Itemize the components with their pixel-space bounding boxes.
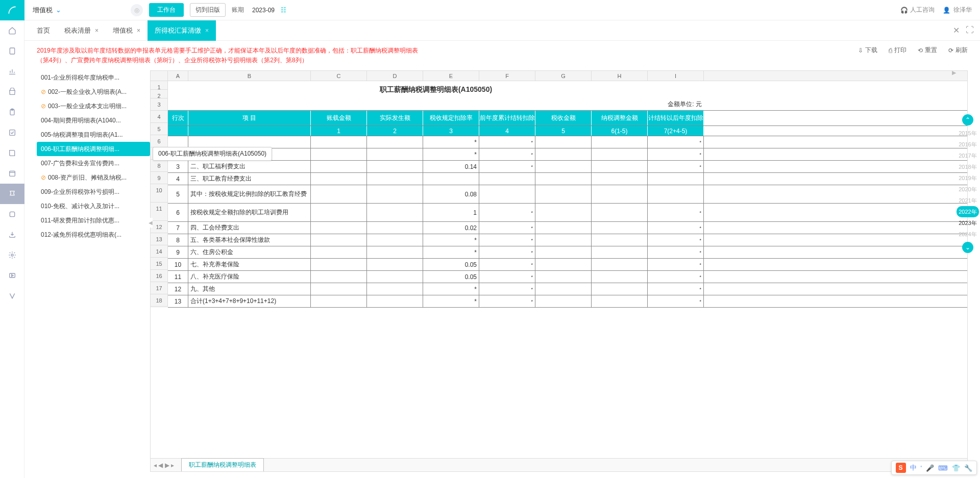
cell[interactable]: * (423, 234, 479, 246)
col-header[interactable]: F (479, 71, 535, 81)
cell[interactable] (311, 271, 367, 283)
cell[interactable]: 8 (168, 234, 188, 246)
rail-bag-icon[interactable] (0, 82, 24, 102)
col-header[interactable]: I (648, 71, 704, 81)
cell[interactable]: * (479, 271, 535, 283)
cell[interactable] (311, 173, 367, 185)
cell[interactable] (592, 246, 648, 258)
cell[interactable] (367, 234, 423, 246)
cell[interactable]: 八、补充医疗保险 (188, 271, 311, 283)
cell[interactable]: * (648, 234, 704, 246)
cell[interactable] (311, 204, 367, 221)
cell[interactable]: 税收规定扣除率 (423, 111, 479, 125)
cell[interactable] (648, 173, 704, 185)
cell[interactable] (367, 161, 423, 172)
rail-calendar-icon[interactable] (0, 163, 24, 184)
cell[interactable]: 实际发生额 (367, 111, 423, 125)
year-item[interactable]: 2018年 (957, 161, 979, 172)
row-header[interactable]: 11 (151, 203, 168, 221)
cell[interactable] (648, 185, 704, 203)
switch-old-button[interactable]: 切到旧版 (190, 3, 226, 17)
row-header[interactable]: 12 (151, 221, 168, 233)
calendar-icon[interactable]: ☷ (281, 7, 286, 14)
year-item[interactable]: 2015年 (957, 128, 979, 139)
cell[interactable]: 7 (168, 222, 188, 234)
year-item[interactable]: 2020年 (957, 184, 979, 195)
cell[interactable] (592, 136, 648, 148)
cell[interactable]: 1 (423, 204, 479, 221)
cell[interactable] (592, 173, 648, 185)
cell[interactable]: 10 (168, 259, 188, 270)
cell[interactable] (535, 222, 592, 234)
row-header[interactable]: 5 (151, 123, 168, 135)
row-header[interactable]: 14 (151, 245, 168, 258)
ime-bar[interactable]: S 中 ' 🎤 ⌨ 👕 🔧 (891, 461, 977, 475)
row-header[interactable]: 16 (151, 270, 168, 282)
cell[interactable] (311, 148, 367, 160)
cell[interactable]: 四、工会经费支出 (188, 222, 311, 234)
cell[interactable]: * (648, 222, 704, 234)
cell[interactable]: 行次 (168, 111, 188, 125)
cell[interactable]: * (479, 136, 535, 148)
rail-home-icon[interactable] (0, 20, 24, 41)
cell[interactable]: 累计结转以后年度扣除额 (648, 111, 704, 125)
cell[interactable]: * (479, 234, 535, 246)
year-down-icon[interactable]: ⌄ (962, 242, 973, 253)
workspace-button[interactable]: 工作台 (149, 3, 184, 17)
year-item[interactable]: 2024年 (957, 229, 979, 240)
refresh-button[interactable]: ⟳刷新 (948, 46, 968, 55)
close-icon[interactable]: × (205, 20, 209, 41)
cell[interactable]: 13 (168, 295, 188, 307)
cell[interactable] (311, 185, 367, 203)
col-header[interactable]: A (168, 71, 188, 81)
cell[interactable] (367, 204, 423, 221)
cell[interactable] (367, 259, 423, 270)
tab-0[interactable]: 首页 (30, 20, 57, 41)
tree-item[interactable]: ⊘002-一般企业收入明细表(A... (37, 85, 150, 99)
cell[interactable]: 12 (168, 283, 188, 295)
cell[interactable]: * (423, 295, 479, 307)
consult-link[interactable]: 🎧 人工咨询 (900, 6, 935, 14)
row-header[interactable]: 4 (151, 111, 168, 123)
cell[interactable]: * (648, 259, 704, 270)
user-menu[interactable]: 👤 徐泽华 (943, 6, 972, 14)
cell[interactable]: 9 (168, 246, 188, 258)
cell[interactable] (592, 259, 648, 270)
cell[interactable]: 6(1-5) (592, 126, 648, 136)
tab-fullscreen-icon[interactable]: ⛶ (966, 26, 974, 35)
tree-item[interactable]: 009-企业所得税弥补亏损明... (37, 185, 150, 199)
cell[interactable]: * (479, 246, 535, 258)
row-header[interactable]: 18 (151, 294, 168, 307)
cell[interactable] (592, 148, 648, 160)
cell[interactable] (311, 283, 367, 295)
cell[interactable] (535, 161, 592, 172)
cell[interactable]: 0.08 (423, 185, 479, 203)
doc-icon[interactable]: ◎ (131, 4, 143, 16)
cell[interactable] (188, 136, 311, 148)
cell[interactable] (592, 295, 648, 307)
tree-item[interactable]: 006-职工薪酬纳税调整明细... (37, 142, 150, 156)
cell[interactable] (367, 246, 423, 258)
tree-item[interactable]: 005-纳税调整项目明细表(A1... (37, 128, 150, 142)
ime-lang[interactable]: 中 (910, 463, 917, 472)
collapse-tree-icon[interactable]: ◀ (149, 218, 153, 228)
cell[interactable]: * (479, 204, 535, 221)
cell[interactable] (592, 234, 648, 246)
cell[interactable]: 七、补充养老保险 (188, 259, 311, 270)
row-header[interactable]: 6 (151, 135, 168, 147)
cell[interactable]: 2 (367, 126, 423, 136)
cell[interactable]: * (479, 259, 535, 270)
cell[interactable]: * (479, 222, 535, 234)
row-header[interactable]: 1 (151, 81, 168, 90)
cell[interactable] (423, 173, 479, 185)
sheet-nav[interactable]: ◂ ◀ ▶ ▸ (154, 462, 174, 469)
year-item[interactable]: 2022年 (957, 206, 979, 217)
cell[interactable] (367, 295, 423, 307)
cell[interactable]: 3 (168, 161, 188, 172)
reset-button[interactable]: ⟲重置 (918, 46, 937, 55)
ime-skin-icon[interactable]: 👕 (952, 464, 960, 472)
cell[interactable]: 按税收规定全额扣除的职工培训费用 (188, 204, 311, 221)
cell[interactable] (367, 222, 423, 234)
cell[interactable]: * (648, 246, 704, 258)
cell[interactable]: * (648, 204, 704, 221)
